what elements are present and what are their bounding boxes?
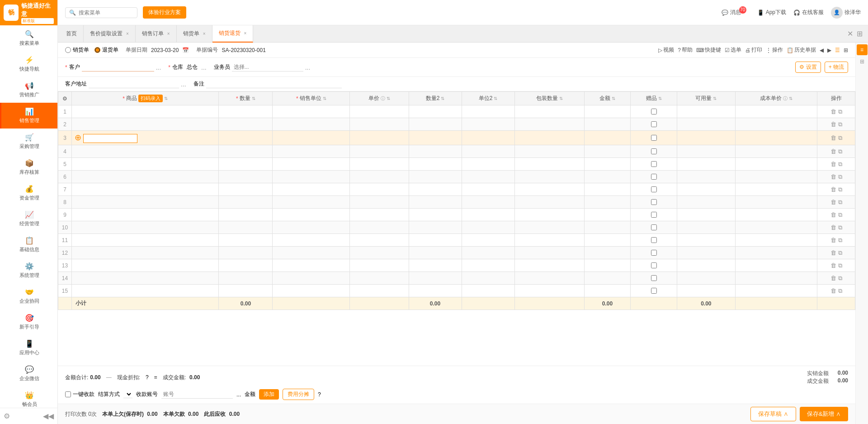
row-avail-11[interactable]: [677, 234, 735, 247]
packqty-sort-icon[interactable]: ⇅: [559, 96, 563, 101]
settings-icon[interactable]: ⚙: [4, 412, 10, 420]
row-cost-6[interactable]: [735, 171, 817, 183]
row-goods-1[interactable]: [72, 105, 219, 118]
row-qty-10[interactable]: [219, 221, 273, 234]
list-view-btn[interactable]: ☰: [835, 47, 840, 53]
gift-checkbox-13[interactable]: [651, 262, 657, 268]
goods-sort-icon[interactable]: ⇅: [164, 96, 168, 101]
row-qty-5[interactable]: [219, 158, 273, 171]
copy-row-2[interactable]: ⧉: [838, 121, 842, 128]
help-icon[interactable]: ?: [146, 374, 149, 381]
maximize-tab[interactable]: ⊞: [857, 29, 863, 38]
row-gift-11[interactable]: [631, 234, 677, 247]
row-cost-15[interactable]: [735, 285, 817, 297]
row-qty2-2[interactable]: [409, 118, 462, 131]
row-goods-6[interactable]: [72, 171, 219, 183]
scan-button[interactable]: 扫码录入: [138, 95, 163, 102]
gift-checkbox-12[interactable]: [651, 250, 657, 256]
row-unit2-1[interactable]: [462, 105, 514, 118]
fee-split-button[interactable]: 费用分摊: [283, 389, 314, 400]
row-gift-12[interactable]: [631, 247, 677, 259]
row-goods-15[interactable]: [72, 285, 219, 297]
amount-sort-icon[interactable]: ⇅: [612, 96, 615, 101]
row-amount-4[interactable]: [584, 145, 631, 158]
row-qty2-1[interactable]: [409, 105, 462, 118]
row-qty2-10[interactable]: [409, 221, 462, 234]
notification-item[interactable]: 💬 消息 70: [722, 9, 750, 16]
row-cost-4[interactable]: [735, 145, 817, 158]
row-unit2-4[interactable]: [462, 145, 514, 158]
app-download-item[interactable]: 📱 App下载: [757, 9, 786, 16]
row-goods-13[interactable]: [72, 259, 219, 272]
row-unit2-6[interactable]: [462, 171, 514, 183]
row-qty2-14[interactable]: [409, 272, 462, 285]
delete-row-7[interactable]: 🗑: [830, 186, 836, 193]
sidebar-item-system[interactable]: ⚙️系统管理: [0, 257, 57, 283]
row-unit-4[interactable]: [273, 145, 350, 158]
gift-checkbox-11[interactable]: [651, 237, 657, 243]
save-draft-button[interactable]: 保存草稿 ∧: [750, 407, 796, 421]
row-pack-7[interactable]: [514, 183, 584, 196]
sidebar-item-purchase[interactable]: 🛒采购管理: [0, 129, 57, 154]
sidebar-item-search[interactable]: 🔍搜索菜单: [0, 25, 57, 51]
address-dots[interactable]: ...: [181, 81, 186, 88]
row-unit-6[interactable]: [273, 171, 350, 183]
row-unit-13[interactable]: [273, 259, 350, 272]
goods-input-3[interactable]: [83, 134, 137, 143]
gift-checkbox-1[interactable]: [651, 109, 657, 114]
row-cost-14[interactable]: [735, 272, 817, 285]
row-qty2-9[interactable]: [409, 209, 462, 221]
row-price-1[interactable]: [349, 105, 409, 118]
row-avail-10[interactable]: [677, 221, 735, 234]
row-goods-5[interactable]: [72, 158, 219, 171]
delete-row-3[interactable]: 🗑: [830, 134, 836, 142]
row-amount-11[interactable]: [584, 234, 631, 247]
row-unit2-10[interactable]: [462, 221, 514, 234]
row-pack-2[interactable]: [514, 118, 584, 131]
sidebar-item-member[interactable]: 👑畅会员: [0, 386, 57, 408]
row-pack-4[interactable]: [514, 145, 584, 158]
setting-button[interactable]: ⚙ 设置: [795, 62, 821, 73]
copy-row-9[interactable]: ⧉: [838, 211, 842, 219]
row-unit2-8[interactable]: [462, 196, 514, 209]
col-settings[interactable]: ⚙: [58, 92, 72, 105]
row-price-11[interactable]: [349, 234, 409, 247]
row-gift-4[interactable]: [631, 145, 677, 158]
radio-return-input[interactable]: [94, 47, 100, 53]
row-cost-10[interactable]: [735, 221, 817, 234]
warehouse-dots[interactable]: ...: [201, 64, 207, 71]
salesperson-input[interactable]: [232, 63, 303, 71]
row-gift-1[interactable]: [631, 105, 677, 118]
gift-checkbox-6[interactable]: [651, 174, 657, 180]
row-qty-13[interactable]: [219, 259, 273, 272]
row-gift-3[interactable]: [631, 131, 677, 145]
delete-row-1[interactable]: 🗑: [830, 108, 836, 115]
copy-row-11[interactable]: ⧉: [838, 237, 842, 244]
row-goods-7[interactable]: [72, 183, 219, 196]
row-amount-14[interactable]: [584, 272, 631, 285]
row-price-2[interactable]: [349, 118, 409, 131]
radio-return[interactable]: 退货单: [94, 46, 118, 54]
row-unit-15[interactable]: [273, 285, 350, 297]
next-btn[interactable]: ▶: [827, 47, 831, 53]
row-avail-14[interactable]: [677, 272, 735, 285]
row-gift-7[interactable]: [631, 183, 677, 196]
row-unit2-9[interactable]: [462, 209, 514, 221]
gift-checkbox-9[interactable]: [651, 212, 657, 218]
row-amount-2[interactable]: [584, 118, 631, 131]
row-pack-12[interactable]: [514, 247, 584, 259]
row-unit2-12[interactable]: [462, 247, 514, 259]
row-gift-2[interactable]: [631, 118, 677, 131]
row-amount-5[interactable]: [584, 158, 631, 171]
row-amount-12[interactable]: [584, 247, 631, 259]
gift-checkbox-8[interactable]: [651, 199, 657, 205]
row-avail-13[interactable]: [677, 259, 735, 272]
row-amount-3[interactable]: [584, 131, 631, 145]
settlement-select[interactable]: [123, 391, 132, 398]
row-gift-8[interactable]: [631, 196, 677, 209]
row-qty2-4[interactable]: [409, 145, 462, 158]
close-all-tabs[interactable]: ✕: [847, 29, 853, 38]
sidebar-item-finance[interactable]: 💰资金管理: [0, 180, 57, 206]
gift-checkbox-7[interactable]: [651, 186, 657, 192]
unit2-sort-icon[interactable]: ⇅: [494, 96, 497, 101]
